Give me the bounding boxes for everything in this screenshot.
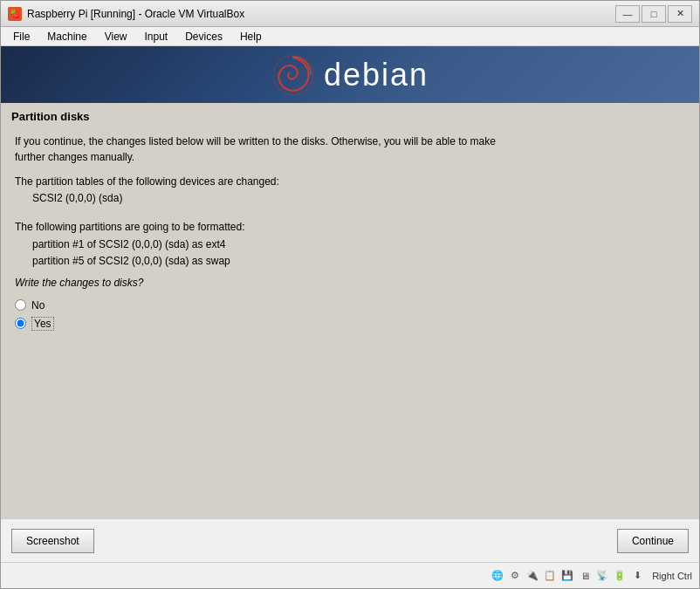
partition1-text: partition #1 of SCSI2 (0,0,0) (sda) as e… [15, 236, 685, 253]
title-bar: 🍓 Raspberry Pi [Running] - Oracle VM Vir… [1, 1, 699, 27]
window-controls: — □ ✕ [615, 5, 692, 23]
menu-view[interactable]: View [96, 29, 136, 45]
menu-input[interactable]: Input [136, 29, 177, 45]
debian-banner: debian [1, 46, 699, 103]
app-icon: 🍓 [8, 7, 22, 21]
minimize-button[interactable]: — [615, 5, 640, 23]
tray-icon-2: ⚙ [507, 568, 523, 584]
close-button[interactable]: ✕ [668, 5, 692, 23]
maximize-button[interactable]: □ [642, 5, 666, 23]
partitions-section: The following partitions are going to be… [15, 219, 685, 270]
content-area: Partition disks If you continue, the cha… [1, 103, 699, 518]
virtualbox-window: 🍓 Raspberry Pi [Running] - Oracle VM Vir… [0, 0, 700, 589]
intro-text: If you continue, the changes listed belo… [15, 134, 685, 165]
partition-tables-device: SCSI2 (0,0,0) (sda) [15, 190, 685, 207]
system-tray: 🌐 ⚙ 🔌 📋 💾 🖥 📡 🔋 ⬇ Right Ctrl [1, 562, 699, 588]
tray-icon-1: 🌐 [490, 568, 505, 584]
tray-icon-3: 🔌 [525, 568, 540, 584]
tray-icon-7: 📡 [594, 568, 610, 584]
debian-swirl-icon [271, 53, 315, 97]
radio-no-text: No [31, 299, 45, 312]
partition-tables-header: The partition tables of the following de… [15, 174, 685, 190]
partition5-text: partition #5 of SCSI2 (0,0,0) (sda) as s… [15, 253, 685, 270]
debian-logo-text: debian [324, 57, 429, 93]
menu-help[interactable]: Help [231, 29, 271, 45]
page-title: Partition disks [1, 103, 699, 128]
tray-icons: 🌐 ⚙ 🔌 📋 💾 🖥 📡 🔋 ⬇ [490, 568, 645, 584]
write-question: Write the changes to disks? [15, 277, 685, 289]
radio-yes-text: Yes [31, 317, 54, 331]
radio-yes[interactable] [15, 318, 26, 329]
menu-file[interactable]: File [4, 29, 38, 45]
radio-group: No Yes [15, 299, 685, 331]
screenshot-button[interactable]: Screenshot [11, 529, 94, 553]
intro-line2: further changes manually. [15, 151, 134, 163]
tray-icon-4: 📋 [542, 568, 558, 584]
tray-icon-6: 🖥 [577, 568, 593, 584]
menu-devices[interactable]: Devices [176, 29, 231, 45]
intro-line1: If you continue, the changes listed belo… [15, 135, 496, 147]
bottom-bar: Screenshot Continue [1, 518, 699, 562]
menu-bar: File Machine View Input Devices Help [1, 27, 699, 46]
window-title: Raspberry Pi [Running] - Oracle VM Virtu… [27, 8, 615, 20]
menu-machine[interactable]: Machine [38, 29, 95, 45]
tray-icon-9: ⬇ [629, 568, 645, 584]
continue-button[interactable]: Continue [617, 529, 689, 553]
partition-tables-section: The partition tables of the following de… [15, 174, 685, 207]
right-ctrl-text: Right Ctrl [652, 571, 692, 581]
radio-no[interactable] [15, 299, 26, 311]
debian-logo: debian [271, 53, 429, 97]
radio-no-label[interactable]: No [15, 299, 685, 312]
info-box: If you continue, the changes listed belo… [1, 128, 699, 518]
tray-icon-5: 💾 [559, 568, 575, 584]
partitions-header: The following partitions are going to be… [15, 219, 685, 236]
radio-yes-label[interactable]: Yes [15, 317, 685, 331]
tray-icon-8: 🔋 [612, 568, 628, 584]
